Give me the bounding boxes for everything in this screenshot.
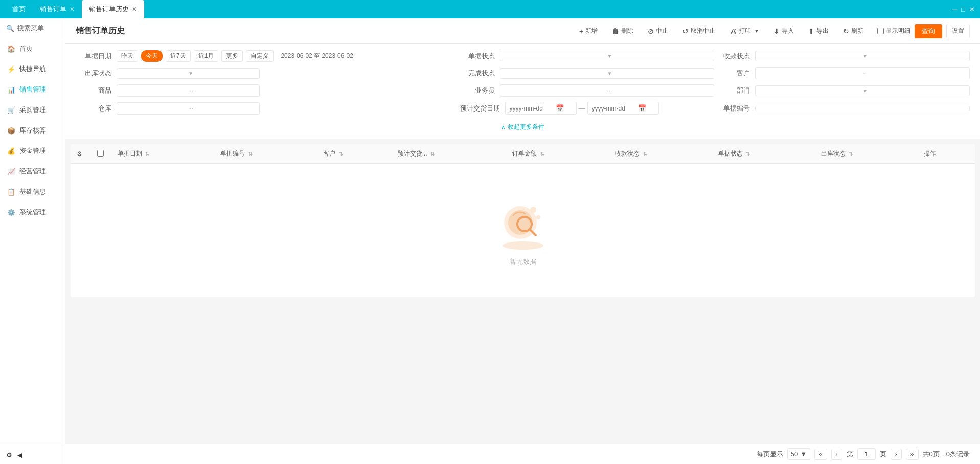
delete-button[interactable]: 🗑 删除 bbox=[607, 24, 639, 38]
warehouse-dots-icon[interactable]: ··· bbox=[188, 105, 255, 112]
salesperson-input[interactable]: ··· bbox=[500, 84, 715, 97]
th-settings[interactable]: ⚙ bbox=[71, 144, 91, 164]
salesperson-label: 业务员 bbox=[459, 86, 500, 95]
sidebar-item-sales[interactable]: 📊 销售管理 bbox=[0, 79, 65, 100]
export-button[interactable]: ⬆ 导出 bbox=[803, 24, 834, 38]
sidebar-settings-icon[interactable]: ⚙ bbox=[6, 451, 12, 459]
product-dots-icon[interactable]: ··· bbox=[188, 87, 255, 94]
page-title: 销售订单历史 bbox=[76, 26, 125, 36]
print-label: 打印 bbox=[739, 27, 751, 35]
sort-date-icon[interactable]: ⇅ bbox=[145, 151, 149, 157]
sidebar-item-operations[interactable]: 📈 经营管理 bbox=[0, 161, 65, 182]
date-btn-7days[interactable]: 近7天 bbox=[166, 50, 191, 62]
first-page-button[interactable]: « bbox=[814, 449, 827, 460]
show-detail-label: 显示明细 bbox=[886, 27, 910, 35]
cancel-stop-button[interactable]: ↺ 取消中止 bbox=[677, 24, 720, 38]
sidebar-item-quick-nav[interactable]: ⚡ 快捷导航 bbox=[0, 59, 65, 79]
page-size-select[interactable]: 50 ▼ bbox=[787, 448, 810, 460]
prev-page-button[interactable]: ‹ bbox=[831, 449, 842, 460]
page-size-label: 每页显示 bbox=[757, 450, 783, 459]
customer-dots-icon[interactable]: ··· bbox=[862, 70, 965, 77]
filter-col-order-no: 单据编号 bbox=[714, 104, 970, 113]
date-btn-custom[interactable]: 自定义 bbox=[246, 50, 274, 62]
select-all-checkbox[interactable] bbox=[97, 150, 104, 157]
sidebar-item-purchase[interactable]: 🛒 采购管理 bbox=[0, 100, 65, 120]
doc-status-select[interactable]: ▼ bbox=[500, 51, 715, 61]
refresh-button[interactable]: ↻ 刷新 bbox=[838, 24, 869, 38]
tab-home[interactable]: 首页 bbox=[5, 0, 33, 18]
sidebar-item-home-label: 首页 bbox=[19, 44, 33, 53]
sort-no-icon[interactable]: ⇅ bbox=[248, 151, 253, 157]
date-btn-today[interactable]: 今天 bbox=[141, 50, 163, 62]
sidebar-item-inventory[interactable]: 📦 库存核算 bbox=[0, 120, 65, 141]
th-receipt-status: 收款状态 ⇅ bbox=[609, 144, 712, 164]
sort-customer-icon[interactable]: ⇅ bbox=[339, 151, 343, 157]
filter-col-customer: 客户 ··· bbox=[714, 67, 970, 79]
complete-status-select[interactable]: ▼ bbox=[500, 68, 715, 79]
date-btn-more[interactable]: 更多 bbox=[221, 50, 243, 62]
delivery-from-cal-icon[interactable]: 📅 bbox=[556, 104, 564, 112]
out-status-arrow: ▼ bbox=[188, 71, 255, 76]
th-delivery: 预计交货... ⇅ bbox=[392, 144, 507, 164]
delivery-to-input[interactable]: 📅 bbox=[587, 102, 659, 115]
sort-amount-icon[interactable]: ⇅ bbox=[540, 151, 544, 157]
th-checkbox[interactable] bbox=[91, 144, 111, 164]
import-label: 导入 bbox=[782, 27, 794, 35]
stop-button[interactable]: ⊘ 中止 bbox=[643, 24, 673, 38]
page-label: 第 bbox=[847, 450, 853, 459]
window-max-button[interactable]: □ bbox=[961, 6, 965, 13]
export-label: 导出 bbox=[816, 27, 829, 35]
tab-sales-order-close[interactable]: ✕ bbox=[70, 6, 75, 13]
next-page-button[interactable]: › bbox=[891, 449, 902, 460]
import-button[interactable]: ⬇ 导入 bbox=[768, 24, 799, 38]
window-close-button[interactable]: ✕ bbox=[969, 6, 975, 13]
delivery-to-cal-icon[interactable]: 📅 bbox=[638, 104, 646, 112]
add-button[interactable]: + 新增 bbox=[574, 24, 603, 38]
query-button[interactable]: 查询 bbox=[915, 24, 942, 38]
sidebar-item-base-info[interactable]: 📋 基础信息 bbox=[0, 182, 65, 202]
empty-illustration bbox=[492, 194, 554, 257]
th-amount: 订单金额 ⇅ bbox=[506, 144, 609, 164]
receipt-status-select[interactable]: ▼ bbox=[755, 51, 970, 61]
sidebar-item-finance[interactable]: 💰 资金管理 bbox=[0, 141, 65, 161]
sort-receipt-icon[interactable]: ⇅ bbox=[643, 151, 647, 157]
show-detail-checkbox[interactable] bbox=[877, 28, 884, 34]
print-button[interactable]: 🖨 打印 ▼ bbox=[724, 24, 764, 38]
last-page-button[interactable]: » bbox=[906, 449, 919, 460]
sort-doc-icon[interactable]: ⇅ bbox=[746, 151, 750, 157]
date-btn-1month[interactable]: 近1月 bbox=[194, 50, 219, 62]
window-min-button[interactable]: ─ bbox=[952, 6, 957, 13]
salesperson-dots-icon[interactable]: ··· bbox=[607, 87, 710, 94]
sidebar-item-system[interactable]: ⚙️ 系统管理 bbox=[0, 202, 65, 223]
tab-sales-order[interactable]: 销售订单 ✕ bbox=[33, 0, 82, 18]
dept-select[interactable]: ▼ bbox=[755, 85, 970, 96]
settings-button[interactable]: 设置 bbox=[946, 24, 970, 38]
customer-input[interactable]: ··· bbox=[755, 67, 970, 79]
warehouse-input[interactable]: ··· bbox=[117, 102, 260, 115]
order-no-input[interactable] bbox=[755, 106, 970, 111]
sidebar-search[interactable]: 🔍 搜索菜单 bbox=[0, 18, 65, 38]
out-status-select[interactable]: ▼ bbox=[117, 68, 260, 79]
delivery-from-input[interactable]: 📅 bbox=[505, 102, 577, 115]
page-number-input[interactable] bbox=[857, 448, 876, 460]
th-customer: 客户 ⇅ bbox=[317, 144, 391, 164]
sort-out-icon[interactable]: ⇅ bbox=[849, 151, 853, 157]
cancel-stop-label: 取消中止 bbox=[691, 27, 715, 35]
sidebar-collapse-icon[interactable]: ◀ bbox=[17, 451, 22, 459]
delivery-from-field[interactable] bbox=[510, 105, 556, 112]
filter-col-product: 商品 ··· bbox=[76, 84, 459, 97]
show-detail-checkbox-label[interactable]: 显示明细 bbox=[877, 27, 910, 35]
sort-delivery-icon[interactable]: ⇅ bbox=[430, 151, 435, 157]
filter-area: 单据日期 昨天 今天 近7天 近1月 更多 自定义 2023-06-02 至 2… bbox=[65, 44, 980, 139]
product-input[interactable]: ··· bbox=[117, 84, 260, 97]
sidebar-item-home[interactable]: 🏠 首页 bbox=[0, 38, 65, 59]
dept-arrow: ▼ bbox=[862, 88, 965, 94]
date-range-text: 2023-06-02 至 2023-06-02 bbox=[281, 52, 353, 60]
settings-icon[interactable]: ⚙ bbox=[77, 150, 82, 158]
tab-sales-order-history[interactable]: 销售订单历史 ✕ bbox=[82, 0, 144, 18]
delivery-to-field[interactable] bbox=[592, 105, 638, 112]
tab-sales-order-history-close[interactable]: ✕ bbox=[132, 6, 137, 13]
date-btn-yesterday[interactable]: 昨天 bbox=[117, 50, 138, 62]
filter-col-delivery: 预计交货日期 📅 — 📅 bbox=[459, 102, 715, 115]
collapse-button[interactable]: ∧ 收起更多条件 bbox=[501, 123, 544, 131]
